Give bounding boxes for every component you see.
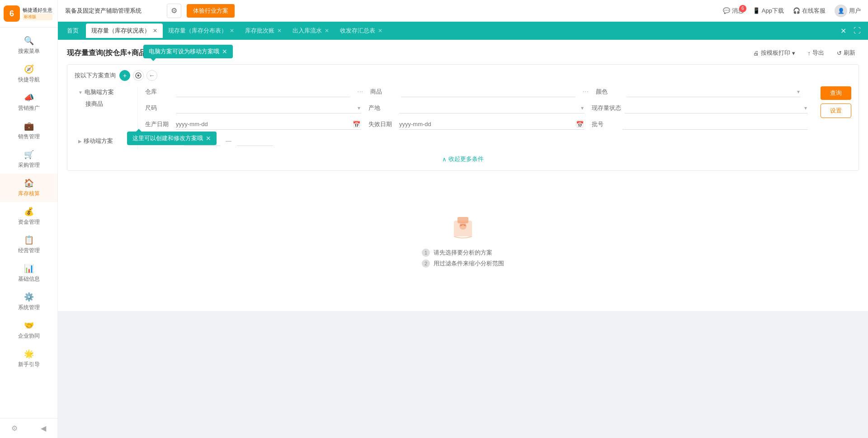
message-button[interactable]: 💬 消息 6: [723, 7, 744, 15]
app-download-button[interactable]: 📱 App下载: [753, 7, 784, 15]
expire-date-from-icon[interactable]: 📅: [576, 121, 584, 128]
print-button[interactable]: 🖨 按模板打印 ▾: [750, 47, 799, 59]
warehouse-dots[interactable]: ···: [357, 88, 363, 96]
sidebar-item-purchase[interactable]: 🛒 采购管理: [0, 145, 57, 174]
print-dropdown-icon: ▾: [792, 50, 795, 57]
finance-icon: 💰: [24, 207, 34, 217]
operation-icon: 📋: [24, 235, 34, 245]
sidebar-item-operation-label: 经营管理: [18, 247, 40, 254]
sidebar-item-finance[interactable]: 💰 资金管理: [0, 202, 57, 231]
filter-section: 按以下方案查询 + ← 电脑方案可设为移动方案哦: [67, 64, 859, 171]
user-menu[interactable]: 👤 用户: [835, 5, 861, 17]
size-label: 尺码: [145, 104, 172, 112]
experience-button[interactable]: 体验行业方案: [187, 4, 235, 18]
main-area: 装备及固定资产辅助管理系统 ⚙ 体验行业方案 💬 消息 6 📱 App下载 🎧 …: [58, 0, 868, 438]
sidebar-item-marketing[interactable]: 📣 营销推广: [0, 88, 57, 117]
sidebar-item-basic[interactable]: 📊 基础信息: [0, 259, 57, 287]
tab-summary-close[interactable]: ✕: [378, 28, 382, 34]
megaphone-icon: 📣: [24, 93, 34, 103]
settings-icon[interactable]: ⚙: [11, 424, 18, 433]
settings-button[interactable]: ⚙: [167, 4, 181, 18]
sidebar-item-quick-nav[interactable]: 🧭 快捷导航: [0, 60, 57, 88]
sidebar-item-guide[interactable]: 🌟 新手引导: [0, 344, 57, 373]
size-filter: 尺码 ▾: [145, 103, 361, 113]
stock-main-to[interactable]: [237, 135, 273, 146]
query-buttons: 查询 设置: [815, 86, 851, 150]
produce-date-from-wrap: 📅: [176, 119, 361, 130]
empty-state: 1 请先选择要分析的方案 2 用过滤条件来缩小分析范围: [67, 171, 859, 304]
sidebar-item-sales[interactable]: 💼 销售管理: [0, 117, 57, 145]
color-select[interactable]: [627, 86, 801, 97]
user-avatar: 👤: [835, 5, 847, 17]
tabs-actions: ✕ ⛶: [839, 25, 866, 37]
sidebar-item-sales-label: 销售管理: [18, 133, 40, 141]
sidebar-item-search-label: 搜索菜单: [18, 47, 40, 55]
tabs-bar: 首页 现存量（库存状况表） ✕ 现存量（库存分布表） ✕ 库存批次账 ✕ 出入库…: [58, 22, 868, 40]
batch-label: 批号: [592, 120, 619, 128]
app-download-label: App下载: [762, 7, 784, 15]
tab-batch-account-close[interactable]: ✕: [277, 28, 282, 34]
origin-filter: 产地 ▾: [368, 103, 585, 113]
enterprise-icon: 🤝: [24, 320, 34, 330]
collapse-label: 收起更多条件: [448, 155, 484, 163]
online-service-button[interactable]: 🎧 在线客服: [793, 7, 826, 15]
tab-inventory-status-close[interactable]: ✕: [153, 28, 157, 34]
scheme-tree-mobile[interactable]: ▶ 移动端方案: [75, 135, 132, 147]
popover2-text: 这里可以创建和修改方案哦: [132, 134, 203, 142]
system-select[interactable]: [147, 5, 161, 16]
refresh-button[interactable]: ↺ 刷新: [833, 47, 859, 59]
tab-summary-label: 收发存汇总表: [340, 27, 375, 35]
tip2-text: 用过滤条件来缩小分析范围: [434, 259, 504, 268]
tabs-fullscreen[interactable]: ⛶: [852, 25, 863, 37]
tab-flow-close[interactable]: ✕: [325, 28, 329, 34]
stock-status-filter: 现存量状态 ▾: [592, 103, 808, 113]
goods-input[interactable]: [401, 86, 575, 97]
warehouse-input[interactable]: [176, 86, 350, 97]
sidebar-item-system[interactable]: ⚙️ 系统管理: [0, 287, 57, 316]
collapse-icon[interactable]: ◀: [41, 424, 46, 433]
sidebar-item-inventory[interactable]: 🏠 库存核算: [0, 174, 57, 202]
sidebar-item-search[interactable]: 🔍 搜索菜单: [0, 31, 57, 60]
popover2-close[interactable]: ✕: [206, 135, 211, 142]
empty-tip-2: 2 用过滤条件来缩小分析范围: [422, 259, 504, 268]
tab-inventory-distribution-close[interactable]: ✕: [230, 28, 234, 34]
topbar: 装备及固定资产辅助管理系统 ⚙ 体验行业方案 💬 消息 6 📱 App下载 🎧 …: [58, 0, 868, 22]
reset-button[interactable]: 设置: [821, 104, 851, 118]
scheme-tree-by-goods[interactable]: 接商品: [75, 98, 132, 110]
popover1-close[interactable]: ✕: [222, 48, 227, 55]
produce-date-from-icon[interactable]: 📅: [353, 121, 360, 128]
empty-tip-1: 1 请先选择要分析的方案: [422, 249, 504, 257]
filter-header: 按以下方案查询 + ← 电脑方案可设为移动方案哦: [75, 70, 851, 81]
sidebar-logo: 6 畅捷通好生意 标准版: [0, 0, 57, 28]
goods-dots[interactable]: ···: [583, 88, 589, 96]
tab-inventory-distribution[interactable]: 现存量（库存分布表） ✕: [163, 24, 240, 38]
tab-batch-account[interactable]: 库存批次账 ✕: [240, 24, 287, 38]
query-button[interactable]: 查询: [821, 86, 851, 100]
tab-flow[interactable]: 出入库流水 ✕: [287, 24, 335, 38]
export-button[interactable]: ↑ 导出: [804, 47, 828, 59]
sidebar-item-operation[interactable]: 📋 经营管理: [0, 231, 57, 259]
arrow-back-button[interactable]: ←: [146, 70, 157, 81]
expire-date-label: 失效日期: [368, 120, 396, 128]
tab-inventory-distribution-label: 现存量（库存分布表）: [168, 27, 227, 35]
tab-home[interactable]: 首页: [60, 27, 86, 35]
tabs-close-all[interactable]: ✕: [839, 25, 848, 37]
size-select[interactable]: [176, 103, 361, 113]
tab-inventory-status-label: 现存量（库存状况表）: [91, 27, 150, 35]
collapse-more-button[interactable]: ∧ 收起更多条件: [75, 150, 851, 165]
edit-scheme-button[interactable]: [133, 70, 144, 81]
batch-input[interactable]: [623, 119, 808, 130]
tab-inventory-status[interactable]: 现存量（库存状况表） ✕: [86, 24, 163, 38]
scheme-tree-pc[interactable]: ▼ 电脑端方案: [75, 86, 132, 98]
origin-select[interactable]: [399, 103, 585, 113]
produce-date-from[interactable]: [176, 119, 361, 130]
purchase-icon: 🛒: [24, 150, 34, 160]
expire-date-from[interactable]: [399, 119, 585, 130]
sidebar-item-guide-label: 新手引导: [18, 361, 40, 368]
add-scheme-button[interactable]: +: [119, 70, 130, 81]
sidebar-item-enterprise[interactable]: 🤝 企业协同: [0, 316, 57, 344]
app-title: 畅捷通好生意: [23, 7, 52, 14]
tab-summary[interactable]: 收发存汇总表 ✕: [335, 24, 388, 38]
stock-status-select[interactable]: [625, 103, 808, 113]
produce-date-filter: 生产日期 📅: [145, 119, 361, 130]
